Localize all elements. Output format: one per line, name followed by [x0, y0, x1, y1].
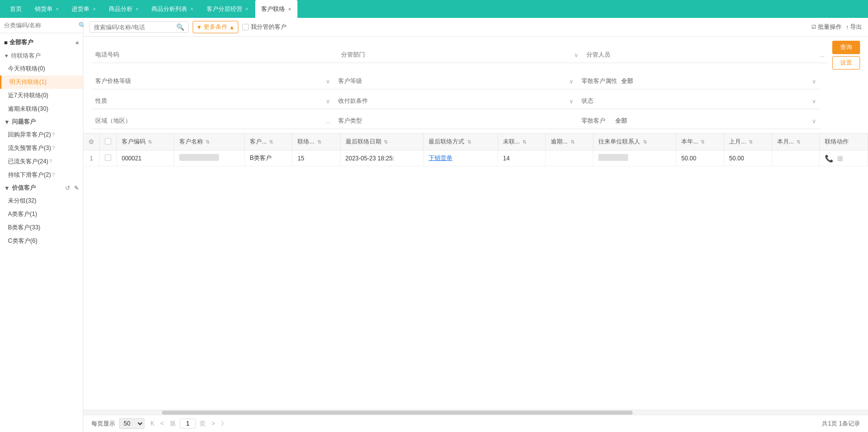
last-method-link[interactable]: 下销货单 — [429, 154, 452, 161]
nav-goods-analysis[interactable]: 商品分析 × — [103, 0, 145, 18]
td-check — [100, 150, 117, 166]
sidebar-item-overdue[interactable]: 逾期未联络(30) — [0, 102, 83, 116]
filter-panel: 电话号码 分管部门 ∨ 分管人员 ... 查询 设置 — [83, 37, 868, 134]
filter-buttons: 查询 设置 — [832, 41, 860, 70]
row-checkbox[interactable] — [105, 154, 111, 161]
page-number-input[interactable] — [180, 419, 196, 429]
sort-last-date-icon[interactable]: ⇅ — [384, 139, 388, 144]
close-customer-contact[interactable]: × — [288, 6, 291, 12]
column-settings-icon[interactable]: ⚙ — [88, 138, 94, 145]
nav-customer-contact[interactable]: 客户联络 × — [255, 0, 297, 18]
close-sales-order[interactable]: × — [56, 6, 59, 12]
prev-page-btn[interactable]: < — [158, 419, 166, 428]
cust-grade-dropdown-icon[interactable]: ∨ — [569, 78, 574, 85]
filter-row-2: 客户价格等级 ∨ 客户等级 ∨ 零散客户属性 全部 ∨ — [91, 73, 860, 89]
bottom-bar: 每页显示 50 100 200 K < 第 页 > 》 共1页 1条记录 — [83, 415, 868, 432]
nav-sales-order[interactable]: 销货单 × — [29, 0, 65, 18]
table-header-row: ⚙ 客户编码 ⇅ 客户名称 ⇅ — [83, 134, 868, 150]
export-button[interactable]: ↑ 导出 — [846, 23, 862, 31]
all-customers-collapse-icon[interactable]: « — [75, 39, 79, 46]
batch-op-button[interactable]: ☑ 批量操作 — [811, 23, 842, 31]
sidebar-item-declining[interactable]: 持续下滑客户(2) ? — [0, 168, 83, 182]
sidebar-all-customers[interactable]: ■ 全部客户 « — [0, 35, 83, 50]
abnormal-info-icon[interactable]: ? — [52, 132, 55, 138]
sidebar-item-class-b[interactable]: B类客户(33) — [0, 221, 83, 234]
sidebar-item-lost[interactable]: 已流失客户(24) ? — [0, 155, 83, 168]
sidebar-item-ungrouped[interactable]: 未分组(32) — [0, 194, 83, 208]
sort-overdue-icon[interactable]: ⇅ — [571, 139, 575, 144]
nav-purchase-order[interactable]: 进货单 × — [66, 0, 101, 18]
lost-info-icon[interactable]: ? — [49, 159, 52, 164]
td-action: 📞 ⊞ — [819, 150, 868, 166]
sort-name-icon[interactable]: ⇅ — [206, 139, 210, 144]
per-page-select[interactable]: 50 100 200 — [119, 418, 145, 429]
sidebar-item-tomorrow[interactable]: 明天待联络(1) — [0, 75, 83, 89]
sidebar-search-input[interactable] — [4, 22, 78, 29]
search-button[interactable]: 🔍 — [176, 23, 184, 31]
retail-dropdown-icon[interactable]: ∨ — [812, 118, 816, 125]
nav-goods-analysis-list[interactable]: 商品分析列表 × — [145, 0, 199, 18]
horizontal-scrollbar[interactable] — [83, 410, 868, 415]
sort-contact-count-icon[interactable]: ⇅ — [317, 139, 321, 144]
status-dropdown-icon[interactable]: ∨ — [812, 98, 816, 105]
person-more-icon[interactable]: ... — [819, 52, 824, 59]
select-all-checkbox[interactable] — [105, 138, 111, 144]
filter-retail-attr: 零散客户属性 全部 ∨ — [578, 73, 820, 89]
phone-action-icon[interactable]: 📞 — [825, 154, 833, 162]
scrollbar-thumb[interactable] — [162, 411, 633, 415]
close-goods-analysis[interactable]: × — [136, 6, 139, 12]
payment-dropdown-icon[interactable]: ∨ — [569, 98, 574, 105]
my-customers-check-icon — [242, 24, 249, 30]
grid-action-icon[interactable]: ⊞ — [837, 154, 843, 162]
sort-type-icon[interactable]: ⇅ — [269, 139, 273, 144]
sidebar-item-at-risk[interactable]: 流失预警客户(3) ? — [0, 142, 83, 155]
nav-home[interactable]: 首页 — [4, 0, 28, 18]
close-customer-tier[interactable]: × — [245, 6, 248, 12]
th-last-month: 上月... ⇅ — [724, 134, 772, 150]
nature-dropdown-icon[interactable]: ∨ — [326, 98, 330, 105]
settings-button[interactable]: 设置 — [832, 56, 860, 70]
sort-this-month-icon[interactable]: ⇅ — [796, 139, 800, 144]
sidebar-item-7days[interactable]: 近7天待联络(0) — [0, 89, 83, 102]
at-risk-info-icon[interactable]: ? — [52, 145, 55, 151]
th-last-date: 最后联络日期 ⇅ — [340, 134, 424, 150]
table-row: 1 000021 B类客户 — [83, 150, 868, 166]
value-edit-icon[interactable]: ✎ — [74, 185, 79, 192]
toolbar-right: ☑ 批量操作 ↑ 导出 — [811, 23, 862, 31]
sidebar-item-today[interactable]: 今天待联络(0) — [0, 62, 83, 75]
sidebar-item-class-a[interactable]: A类客户(1) — [0, 208, 83, 221]
td-name — [174, 150, 244, 166]
td-last-date: 2023-05-23 18:25: — [340, 150, 424, 166]
dept-dropdown-icon[interactable]: ∨ — [574, 52, 579, 59]
sort-last-method-icon[interactable]: ⇅ — [467, 139, 471, 144]
my-customers-checkbox[interactable]: 我分管的客户 — [242, 23, 287, 31]
filter-price-grade: 客户价格等级 ∨ — [91, 73, 334, 89]
value-refresh-icon[interactable]: ↺ — [65, 185, 70, 192]
sidebar-item-class-c[interactable]: C类客户(6) — [0, 234, 83, 248]
last-page-btn[interactable]: 》 — [219, 419, 229, 429]
sort-not-contacted-icon[interactable]: ⇅ — [522, 139, 526, 144]
pagination: K < 第 页 > 》 — [148, 419, 229, 429]
check-all-icon: ☑ — [811, 24, 816, 30]
more-conditions-btn[interactable]: ▼ 更多条件 ▲ — [193, 21, 238, 33]
price-grade-dropdown-icon[interactable]: ∨ — [326, 78, 330, 85]
sort-unit-contact-icon[interactable]: ⇅ — [643, 139, 647, 144]
sort-last-month-icon[interactable]: ⇅ — [749, 139, 753, 144]
retail-attr-dropdown-icon[interactable]: ∨ — [812, 78, 816, 85]
close-goods-analysis-list[interactable]: × — [190, 6, 193, 12]
next-page-btn[interactable]: > — [210, 419, 217, 428]
declining-info-icon[interactable]: ? — [52, 172, 55, 178]
td-this-month — [772, 150, 819, 166]
query-button[interactable]: 查询 — [832, 41, 860, 54]
nav-customer-tier[interactable]: 客户分层经营 × — [201, 0, 254, 18]
search-input[interactable] — [94, 24, 176, 31]
sidebar-item-abnormal[interactable]: 回购异常客户(2) ? — [0, 128, 83, 142]
pending-arrow-icon: ▼ — [4, 53, 9, 59]
filter-dept: 分管部门 ∨ — [337, 47, 583, 63]
region-more-icon[interactable]: ... — [325, 118, 330, 125]
sort-this-year-icon[interactable]: ⇅ — [701, 139, 705, 144]
first-page-btn[interactable]: K — [148, 419, 156, 428]
close-purchase-order[interactable]: × — [92, 6, 95, 12]
sort-code-icon[interactable]: ⇅ — [148, 139, 152, 144]
filter-phone: 电话号码 — [91, 47, 337, 63]
